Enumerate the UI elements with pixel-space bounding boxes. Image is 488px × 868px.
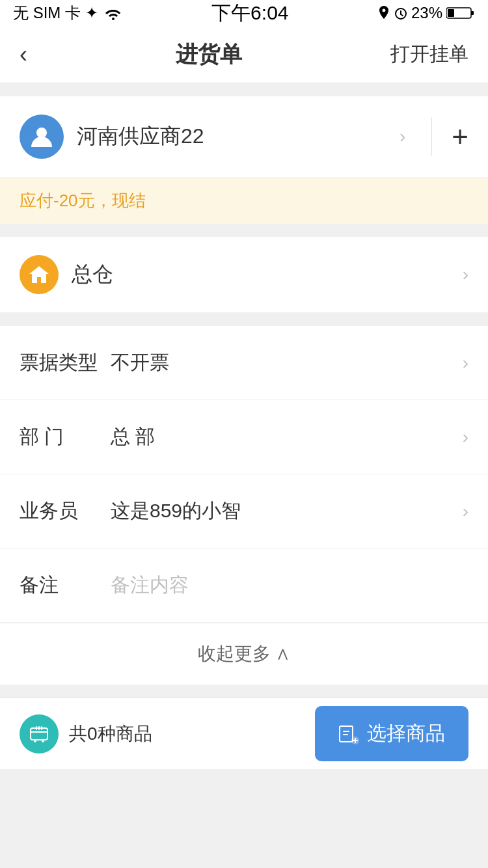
person-icon [29,124,55,150]
remark-row[interactable]: 备注 备注内容 [0,549,488,623]
product-icon [20,714,59,753]
section-gap-4 [0,685,488,698]
supplier-section: 河南供应商22 › + 应付-20元，现结 [0,96,488,224]
cart-icon [28,723,50,745]
divider-vertical [431,117,432,156]
svg-point-6 [34,740,36,742]
invoice-label: 票据类型 [20,349,104,376]
product-count-text: 共0种商品 [69,722,152,746]
status-bar: 无 SIM 卡 ✦ 下午6:04 23% [0,0,488,26]
salesperson-arrow-icon: › [463,501,468,522]
open-pending-button[interactable]: 打开挂单 [390,41,468,68]
wifi-icon [103,6,123,20]
supplier-name: 河南供应商22 [77,122,400,151]
department-arrow-icon: › [463,427,468,448]
alarm-icon [394,6,407,20]
select-product-button[interactable]: 选择商品 [315,706,468,761]
add-supplier-button[interactable]: + [452,120,468,153]
status-time: 下午6:04 [211,0,288,27]
select-product-label: 选择商品 [367,720,445,747]
remark-label: 备注 [20,572,104,599]
battery-icon [446,6,475,20]
supplier-arrow-icon: › [400,126,405,147]
bottom-bar: 共0种商品 选择商品 [0,698,488,769]
svg-point-4 [36,128,47,138]
department-value: 总 部 [104,424,463,450]
back-button[interactable]: ‹ [20,41,27,68]
nav-bar: ‹ 进货单 打开挂单 [0,26,488,83]
salesperson-value: 这是859的小智 [104,498,463,524]
department-label: 部 门 [20,424,104,450]
svg-rect-2 [471,11,474,15]
salesperson-row[interactable]: 业务员 这是859的小智 › [0,474,488,549]
invoice-row[interactable]: 票据类型 不开票 › [0,326,488,400]
department-row[interactable]: 部 门 总 部 › [0,400,488,474]
location-icon [377,6,390,20]
section-gap-3 [0,313,488,326]
battery-text: 23% [411,4,442,22]
svg-rect-3 [448,9,454,17]
warehouse-name: 总仓 [72,260,463,289]
product-count-area: 共0种商品 [20,714,152,753]
supplier-row[interactable]: 河南供应商22 › + [0,96,488,178]
select-product-icon [338,724,359,744]
home-icon [28,264,50,286]
warehouse-section: 总仓 › [0,237,488,313]
warehouse-icon [20,255,59,294]
salesperson-label: 业务员 [20,498,104,524]
svg-point-7 [42,740,44,742]
page-background [0,769,488,868]
warehouse-arrow-icon: › [463,264,468,285]
section-gap-1 [0,83,488,96]
warehouse-row[interactable]: 总仓 › [0,237,488,313]
no-sim-text: 无 SIM 卡 ✦ [13,3,98,23]
status-left: 无 SIM 卡 ✦ [13,3,123,23]
collapse-button[interactable]: 收起更多 ∧ [0,623,488,685]
status-right: 23% [377,4,475,22]
section-gap-2 [0,224,488,237]
page-title: 进货单 [176,40,242,70]
supplier-avatar [20,115,64,159]
remark-input[interactable]: 备注内容 [104,572,468,599]
form-section: 票据类型 不开票 › 部 门 总 部 › 业务员 这是859的小智 › 备注 备… [0,326,488,685]
notice-bar: 应付-20元，现结 [0,178,488,224]
invoice-value: 不开票 [104,349,463,376]
invoice-arrow-icon: › [463,353,468,373]
